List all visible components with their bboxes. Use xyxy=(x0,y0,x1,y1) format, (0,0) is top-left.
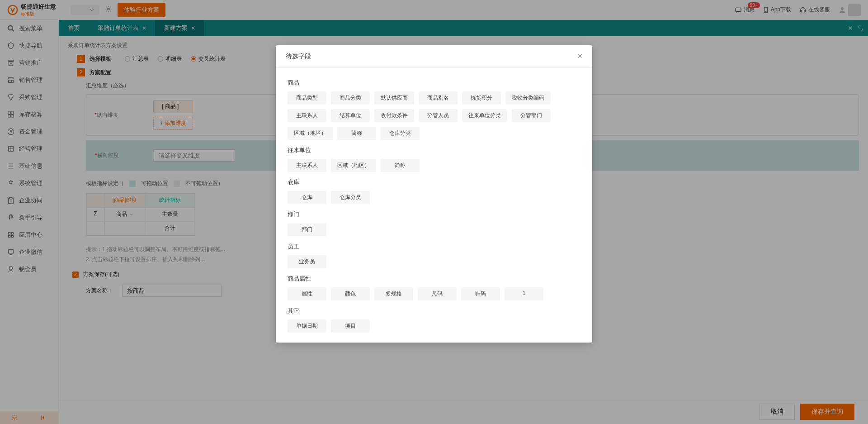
field-chip[interactable]: 多规格 xyxy=(374,287,413,300)
field-chip[interactable]: 区域（地区） xyxy=(331,159,376,172)
field-chip[interactable]: 仓库分类 xyxy=(331,191,370,204)
field-chip[interactable]: 尺码 xyxy=(418,287,457,300)
field-chip[interactable]: 项目 xyxy=(331,319,370,333)
field-chip[interactable]: 往来单位分类 xyxy=(462,109,507,122)
field-chip[interactable]: 商品分类 xyxy=(331,91,370,105)
field-chip[interactable]: 税收分类编码 xyxy=(505,91,551,105)
modal-title: 待选字段 xyxy=(286,52,311,61)
field-chip[interactable]: 商品别名 xyxy=(419,91,458,105)
group-title: 商品属性 xyxy=(288,275,580,283)
modal-header: 待选字段 × xyxy=(276,45,592,68)
field-chip[interactable]: 结算单位 xyxy=(331,109,370,122)
modal-close-button[interactable]: × xyxy=(577,52,582,61)
field-chip[interactable]: 颜色 xyxy=(331,287,370,300)
field-chip[interactable]: 单据日期 xyxy=(288,319,326,333)
field-chip[interactable]: 主联系人 xyxy=(288,159,326,172)
field-chip[interactable]: 1 xyxy=(505,287,543,300)
field-chip[interactable]: 默认供应商 xyxy=(374,91,414,105)
field-group-2: 仓库仓库仓库分类 xyxy=(288,178,580,204)
group-title: 员工 xyxy=(288,243,580,251)
field-chip[interactable]: 收付款条件 xyxy=(374,109,414,122)
field-group-4: 员工业务员 xyxy=(288,243,580,268)
field-group-6: 其它单据日期项目 xyxy=(288,307,580,333)
field-group-5: 商品属性属性颜色多规格尺码鞋码1 xyxy=(288,275,580,300)
field-chip[interactable]: 分管人员 xyxy=(419,109,458,122)
group-title: 其它 xyxy=(288,307,580,315)
group-title: 部门 xyxy=(288,210,580,219)
field-picker-modal: 待选字段 × 商品商品类型商品分类默认供应商商品别名拣货积分税收分类编码主联系人… xyxy=(276,45,592,343)
field-group-1: 往来单位主联系人区域（地区）简称 xyxy=(288,146,580,172)
field-chip[interactable]: 仓库 xyxy=(288,191,326,204)
field-chip[interactable]: 区域（地区） xyxy=(288,127,333,140)
field-chip[interactable]: 分管部门 xyxy=(512,109,551,122)
field-chip[interactable]: 主联系人 xyxy=(288,109,326,122)
field-chip[interactable]: 鞋码 xyxy=(461,287,500,300)
group-title: 往来单位 xyxy=(288,146,580,154)
field-chip[interactable]: 简称 xyxy=(381,159,420,172)
field-chip[interactable]: 属性 xyxy=(288,287,326,300)
field-chip[interactable]: 拣货积分 xyxy=(462,91,501,105)
field-chip[interactable]: 商品类型 xyxy=(288,91,326,105)
field-group-3: 部门部门 xyxy=(288,210,580,236)
modal-body: 商品商品类型商品分类默认供应商商品别名拣货积分税收分类编码主联系人结算单位收付款… xyxy=(276,68,592,343)
group-title: 商品 xyxy=(288,79,580,87)
field-group-0: 商品商品类型商品分类默认供应商商品别名拣货积分税收分类编码主联系人结算单位收付款… xyxy=(288,79,580,140)
field-chip[interactable]: 部门 xyxy=(288,223,326,236)
group-title: 仓库 xyxy=(288,178,580,186)
field-chip[interactable]: 仓库分类 xyxy=(381,127,420,140)
field-chip[interactable]: 业务员 xyxy=(288,255,326,268)
field-chip[interactable]: 简称 xyxy=(337,127,376,140)
